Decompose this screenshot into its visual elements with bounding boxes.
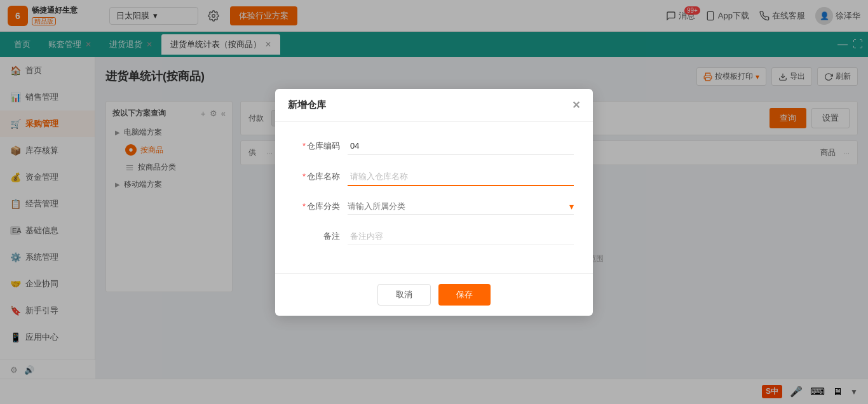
warehouse-remark-input[interactable] [348, 227, 574, 245]
save-button[interactable]: 保存 [438, 284, 491, 306]
form-label-remark: 备注 [294, 231, 340, 242]
form-row-remark: 备注 [294, 227, 574, 245]
category-input[interactable] [348, 201, 569, 211]
form-label-code: 仓库编码 [294, 140, 340, 152]
warehouse-category-select[interactable]: ▾ [348, 199, 574, 215]
form-row-name: 仓库名称 [294, 168, 574, 186]
warehouse-name-input[interactable] [348, 168, 574, 186]
modal-title: 新增仓库 [288, 99, 326, 111]
category-chevron-icon[interactable]: ▾ [569, 201, 574, 212]
modal-header: 新增仓库 ✕ [275, 89, 593, 122]
modal-overlay: 新增仓库 ✕ 仓库编码 仓库名称 仓库分类 ▾ [0, 0, 868, 404]
cancel-button[interactable]: 取消 [377, 284, 431, 306]
modal-footer: 取消 保存 [275, 273, 593, 316]
form-row-code: 仓库编码 [294, 137, 574, 155]
form-label-name: 仓库名称 [294, 171, 340, 182]
modal-close-icon[interactable]: ✕ [572, 99, 580, 111]
form-label-category: 仓库分类 [294, 201, 340, 212]
warehouse-code-input[interactable] [348, 137, 574, 155]
form-row-category: 仓库分类 ▾ [294, 199, 574, 215]
warehouse-modal: 新增仓库 ✕ 仓库编码 仓库名称 仓库分类 ▾ [275, 89, 593, 316]
modal-body: 仓库编码 仓库名称 仓库分类 ▾ 备注 [275, 122, 593, 273]
